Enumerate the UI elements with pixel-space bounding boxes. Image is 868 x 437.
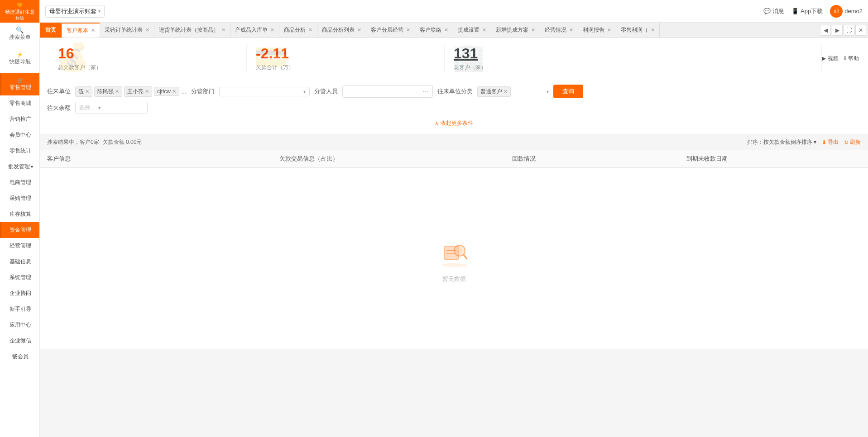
- tag-close-icon[interactable]: ✕: [115, 89, 119, 95]
- tab-customer-contact[interactable]: 客户联络 ✕: [415, 23, 453, 38]
- tab-purchase-order-stats[interactable]: 采购订单统计表 ✕: [100, 23, 154, 38]
- video-button[interactable]: ▶ 视频: [822, 55, 839, 62]
- tag-close-icon[interactable]: ✕: [85, 89, 89, 95]
- sidebar-item-retail-mall[interactable]: 零售商城: [0, 95, 39, 111]
- sidebar-item-operations-mgmt[interactable]: 经营管理: [0, 238, 39, 254]
- sidebar-item-purchase-mgmt[interactable]: 采购管理: [0, 190, 39, 206]
- tab-close-icon[interactable]: ✕: [531, 27, 535, 33]
- tab-close-icon[interactable]: ✕: [607, 27, 611, 33]
- export-button[interactable]: ⬇ 导出: [822, 138, 839, 146]
- tab-customer-tier-mgmt[interactable]: 客户分层经营 ✕: [366, 23, 415, 38]
- sidebar-quick-nav-item[interactable]: ⚡ 快捷导航: [0, 48, 39, 69]
- tab-close-icon[interactable]: ✕: [221, 27, 225, 33]
- download-icon: 📱: [791, 8, 799, 14]
- filter-unit-category-tags: 普通客户 ✕ ▾: [477, 86, 549, 97]
- tab-product-analysis[interactable]: 商品分析 ✕: [279, 23, 317, 38]
- tab-maximize-button[interactable]: ⛶: [844, 25, 854, 36]
- tab-operations[interactable]: 经营情况 ✕: [540, 23, 578, 38]
- sidebar-search[interactable]: 🔍 搜索菜单: [0, 23, 39, 45]
- sort-label: 排序：按欠款金额倒序排序 ▾: [747, 138, 816, 146]
- filter-more-button[interactable]: ...: [181, 88, 187, 95]
- help-button[interactable]: ℹ 帮助: [844, 55, 859, 62]
- filter-dept-select[interactable]: ▾: [219, 87, 310, 96]
- tab-stock-stats[interactable]: 进货单统计表（按商品） ✕: [154, 23, 230, 38]
- tab-profit-report[interactable]: 利润报告 ✕: [578, 23, 616, 38]
- sidebar-item-batch-mgmt[interactable]: 批发管理 ▾: [0, 159, 39, 175]
- sidebar-item-retail-mgmt[interactable]: 🛒 零售管理: [0, 73, 39, 95]
- help-icon: ℹ: [844, 55, 846, 62]
- table-header-cell-due-date: 到期未收款日期: [686, 155, 861, 163]
- tab-close-icon[interactable]: ✕: [270, 27, 274, 33]
- tab-close-icon[interactable]: ✕: [357, 27, 361, 33]
- collapse-btn-container: ∧ 收起更多条件: [47, 118, 861, 129]
- app-download-button[interactable]: 📱 App下载: [791, 7, 823, 15]
- query-button[interactable]: 查询: [553, 85, 583, 98]
- chevron-up-icon: ∧: [435, 120, 439, 127]
- sidebar-item-marketing[interactable]: 营销推广: [0, 111, 39, 127]
- sidebar-item-system-mgmt[interactable]: 系统管理: [0, 270, 39, 285]
- topbar-right: 💬 消息 📱 App下载 d2 demo2: [763, 5, 863, 18]
- chevron-down-icon: ▾: [98, 9, 101, 14]
- tab-close-icon[interactable]: ✕: [482, 27, 486, 33]
- topbar: 母婴行业演示账套 ▾ 💬 消息 📱 App下载 d2 demo2: [40, 0, 868, 23]
- sidebar-item-member-center[interactable]: 会员中心: [0, 127, 39, 143]
- tag-close-icon[interactable]: ✕: [145, 89, 149, 95]
- filter-unit-category-select[interactable]: ▾: [513, 89, 549, 94]
- tab-scroll-right-button[interactable]: ▶: [832, 25, 843, 36]
- tab-raise-settings[interactable]: 提成设置 ✕: [453, 23, 491, 38]
- sidebar-item-free-member[interactable]: 畅会员: [0, 349, 39, 365]
- sidebar-item-app-center[interactable]: 应用中心: [0, 317, 39, 333]
- filter-row-1: 往来单位 伍 ✕ 陈民强 ✕ 王小亮 ✕ cjttcw: [47, 85, 861, 98]
- tab-product-stock-in[interactable]: 产成品入库单 ✕: [230, 23, 279, 38]
- stat-debt-total: 💳 -2.11 欠款合计（万）: [247, 45, 445, 71]
- tab-close-icon[interactable]: ✕: [651, 27, 655, 33]
- filter-balance-input[interactable]: 选择... ▾: [75, 102, 148, 114]
- tab-scroll-left-button[interactable]: ◀: [820, 25, 831, 36]
- tab-close-icon[interactable]: ✕: [145, 27, 149, 33]
- filter-tag-unit-1: 伍 ✕: [75, 86, 92, 97]
- sidebar-item-enterprise-wechat[interactable]: 企业微信: [0, 333, 39, 349]
- refresh-button[interactable]: ↻ 刷新: [844, 138, 861, 146]
- chevron-down-icon: ▾: [98, 105, 101, 110]
- tag-close-icon[interactable]: ✕: [172, 89, 176, 95]
- sidebar-item-enterprise-collab[interactable]: 企业协同: [0, 285, 39, 301]
- sidebar-item-basic-info[interactable]: 基础信息: [0, 254, 39, 270]
- sidebar-item-inventory-check[interactable]: 库存核算: [0, 206, 39, 222]
- sidebar: 🧡 畅捷通好生意 标版 🔍 搜索菜单 ⚡ 快捷导航 🛒 零售管理 零售商城 营销…: [0, 0, 40, 437]
- sidebar-item-capital-mgmt[interactable]: 资金管理: [0, 222, 39, 238]
- more-options-icon[interactable]: ···: [422, 87, 428, 95]
- sidebar-logo-text: 🧡 畅捷通好生意 标版: [5, 2, 35, 21]
- sidebar-item-new-guide[interactable]: 新手引导: [0, 301, 39, 317]
- filter-tag-unit-2: 陈民强 ✕: [94, 86, 122, 97]
- tab-close-icon[interactable]: ✕: [444, 27, 448, 33]
- tab-customer-accounts[interactable]: 客户账本 ✕: [62, 23, 100, 38]
- collapse-button[interactable]: ∧ 收起更多条件: [435, 119, 473, 127]
- account-selector[interactable]: 母婴行业演示账套 ▾: [45, 5, 105, 18]
- filter-unit-tags: 伍 ✕ 陈民强 ✕ 王小亮 ✕ cjttcw ✕ ...: [75, 86, 187, 97]
- tab-product-analysis-list[interactable]: 商品分析列表 ✕: [317, 23, 366, 38]
- message-button[interactable]: 💬 消息: [763, 7, 784, 15]
- tab-close-icon[interactable]: ✕: [91, 28, 95, 33]
- tab-close-icon[interactable]: ✕: [308, 27, 312, 33]
- filter-row-2: 往来余额 选择... ▾: [47, 102, 861, 114]
- stat-total-debt-customers: 💰 16 总欠款客户（家）: [49, 45, 247, 71]
- tab-close-all-button[interactable]: ✕: [855, 25, 866, 36]
- video-icon: ▶: [822, 55, 826, 62]
- tabbar: 首页 客户账本 ✕ 采购订单统计表 ✕ 进货单统计表（按商品） ✕ 产成品入库单…: [40, 23, 868, 38]
- sidebar-item-ecommerce-mgmt[interactable]: 电商管理: [0, 175, 39, 190]
- tab-new-raise-plan[interactable]: 新增提成方案 ✕: [491, 23, 540, 38]
- filter-person-select[interactable]: ···: [342, 85, 433, 98]
- tab-close-icon[interactable]: ✕: [569, 27, 573, 33]
- filter-bar: 往来单位 伍 ✕ 陈民强 ✕ 王小亮 ✕ cjttcw: [40, 79, 868, 135]
- tab-retail-profit[interactable]: 零售利润（ ✕: [616, 23, 660, 38]
- chevron-down-icon: ▾: [303, 89, 306, 94]
- tab-close-icon[interactable]: ✕: [406, 27, 410, 33]
- table-body: 暂无数据: [40, 168, 868, 349]
- sidebar-item-retail-stats[interactable]: 零售统计: [0, 143, 39, 159]
- user-menu-button[interactable]: d2 demo2: [830, 5, 863, 18]
- sidebar-menu: 🛒 零售管理 零售商城 营销推广 会员中心 零售统计 批发管理 ▾ 电商管理 采…: [0, 72, 39, 366]
- tag-close-icon[interactable]: ✕: [504, 89, 508, 95]
- results-summary: 搜索结果中，客户0家 欠款金额 0.00元: [47, 138, 142, 146]
- tab-home[interactable]: 首页: [40, 23, 62, 38]
- stat-icon-debt: 💳: [254, 41, 288, 73]
